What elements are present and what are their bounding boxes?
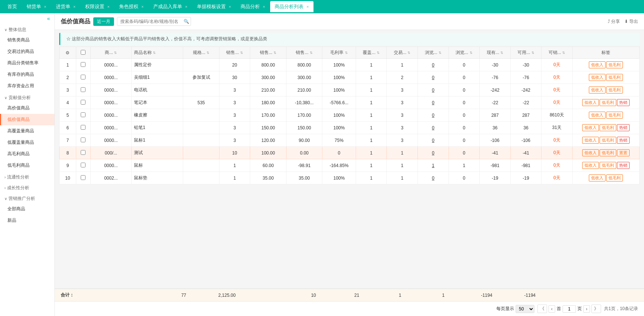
row-checkbox-9[interactable] [81, 175, 85, 180]
nav-purchase-order[interactable]: 进货单 × [51, 1, 80, 12]
cell-browse1[interactable]: 1 [417, 159, 449, 172]
browse1-link[interactable]: 0 [432, 150, 435, 156]
cell-checkbox[interactable] [76, 96, 90, 109]
cell-checkbox[interactable] [76, 71, 90, 84]
row-checkbox-2[interactable] [81, 87, 85, 92]
sidebar-item-low-margin[interactable]: 低毛利商品 [0, 160, 54, 171]
th-spec[interactable]: 规格... ⇅ [183, 47, 219, 59]
cell-browse1[interactable]: 0 [417, 147, 449, 159]
sidebar-item-category-sales-rate[interactable]: 商品分类销售率 [0, 57, 54, 69]
th-gross-margin[interactable]: 毛利率 ⇅ [322, 47, 356, 59]
th-sales-qty[interactable]: 销售... ⇅ [219, 47, 250, 59]
sidebar-group-liquidity[interactable]: › 流通性分析 [0, 171, 54, 182]
sidebar-group-overall[interactable]: ∨ 整体信息 [0, 24, 54, 34]
th-settings[interactable]: ⚙ [60, 47, 76, 59]
th-name[interactable]: 商品名称 ⇅ [131, 47, 183, 59]
search-icon[interactable]: 🔍 [184, 19, 189, 24]
nav-home[interactable]: 首页 [3, 1, 21, 12]
share-btn[interactable]: ⤴ 分享 [608, 18, 620, 25]
sidebar-item-high-margin[interactable]: 高毛利商品 [0, 148, 54, 160]
row-checkbox-0[interactable] [81, 62, 85, 67]
nav-role-auth[interactable]: 角色授权 × [115, 1, 148, 12]
cell-browse1[interactable]: 0 [417, 109, 449, 122]
close-template-icon[interactable]: × [229, 4, 231, 9]
nav-template-settings[interactable]: 单据模板设置 × [192, 1, 235, 12]
cell-checkbox[interactable] [76, 59, 90, 71]
filter-recent-month-btn[interactable]: 近一月 [93, 17, 114, 26]
sidebar-collapse-btn[interactable]: « [46, 16, 51, 21]
th-current-stock[interactable]: 现有... ⇅ [480, 47, 511, 59]
sidebar-item-low-value[interactable]: 低价值商品 [0, 114, 54, 125]
sidebar-item-stocked-products[interactable]: 有库存的商品 [0, 69, 54, 80]
cell-checkbox[interactable] [76, 84, 90, 96]
browse1-link[interactable]: 0 [432, 176, 435, 181]
close-purchase-order-icon[interactable]: × [73, 4, 76, 9]
close-permission-icon[interactable]: × [107, 4, 110, 9]
row-checkbox-7[interactable] [81, 150, 85, 155]
cell-browse1[interactable]: 0 [417, 71, 449, 84]
th-coverage[interactable]: 覆盖... ⇅ [356, 47, 387, 59]
browse1-link[interactable]: 0 [432, 125, 435, 130]
th-trade[interactable]: 交易... ⇅ [387, 47, 418, 59]
th-sellable[interactable]: 可销... ⇅ [541, 47, 573, 59]
sidebar-group-marketing[interactable]: ∨ 营销推广分析 [0, 193, 54, 203]
cell-browse1[interactable]: 0 [417, 172, 449, 184]
row-checkbox-3[interactable] [81, 100, 85, 105]
cell-browse1[interactable]: 0 [417, 96, 449, 109]
th-sales-price[interactable]: 销售... ⇅ [250, 47, 286, 59]
nav-permission-settings[interactable]: 权限设置 × [81, 1, 114, 12]
next-page-btn[interactable]: › [583, 305, 590, 313]
export-btn[interactable]: ⬇ 导出 [624, 18, 638, 25]
cell-browse1[interactable]: 0 [417, 122, 449, 134]
row-checkbox-6[interactable] [81, 137, 85, 142]
close-analysis-list-icon[interactable]: × [306, 4, 309, 9]
th-available-stock[interactable]: 可用... ⇅ [510, 47, 541, 59]
browse1-link[interactable]: 0 [432, 62, 435, 68]
th-browse2[interactable]: 浏览... ⇅ [449, 47, 480, 59]
cell-checkbox[interactable] [76, 122, 90, 134]
browse1-link[interactable]: 0 [432, 75, 435, 80]
close-sales-order-icon[interactable]: × [44, 4, 46, 9]
sidebar-item-traded-products[interactable]: 交易过的商品 [0, 46, 54, 57]
close-analysis-icon[interactable]: × [263, 4, 265, 9]
sidebar-item-all-products[interactable]: 全部商品 [0, 203, 54, 215]
nav-product-analysis-list[interactable]: 商品分析列表 × [270, 1, 313, 12]
th-sales-amount[interactable]: 销售... ⇅ [286, 47, 322, 59]
cell-checkbox[interactable] [76, 134, 90, 147]
search-input[interactable] [117, 17, 191, 26]
th-checkbox[interactable] [76, 47, 90, 59]
sidebar-item-new-products[interactable]: 新品 [0, 215, 54, 226]
first-page-btn[interactable]: 《 [537, 305, 547, 313]
th-code[interactable]: 商... ⇅ [90, 47, 131, 59]
row-checkbox-5[interactable] [81, 125, 85, 130]
browse1-link[interactable]: 0 [432, 138, 435, 143]
select-all-checkbox[interactable] [81, 50, 85, 55]
th-browse1[interactable]: 浏览... ⇅ [417, 47, 449, 59]
browse1-link[interactable]: 0 [432, 88, 435, 93]
cell-checkbox[interactable] [76, 172, 90, 184]
row-checkbox-8[interactable] [81, 163, 85, 167]
cell-checkbox[interactable] [76, 109, 90, 122]
sidebar-group-contribution[interactable]: ∨ 贡献值分析 [0, 92, 54, 102]
browse1-link[interactable]: 1 [432, 163, 435, 168]
nav-sales-order[interactable]: 销货单 × [22, 1, 51, 12]
close-role-icon[interactable]: × [141, 4, 144, 9]
prev-page-btn[interactable]: ‹ [549, 305, 555, 313]
cell-checkbox[interactable] [76, 147, 90, 159]
sidebar-item-high-coverage[interactable]: 高覆盖量商品 [0, 125, 54, 137]
sidebar-item-high-value[interactable]: 高价值商品 [0, 102, 54, 114]
sidebar-item-stock-capital[interactable]: 库存资金占用 [0, 80, 54, 92]
browse1-link[interactable]: 0 [432, 113, 435, 118]
sidebar-item-sales-products[interactable]: 销售类商品 [0, 34, 54, 46]
nav-product-warehouse[interactable]: 产成品入库单 × [149, 1, 192, 12]
cell-browse1[interactable]: 0 [417, 84, 449, 96]
nav-product-analysis[interactable]: 商品分析 × [236, 1, 269, 12]
sidebar-group-growth[interactable]: › 成长性分析 [0, 182, 54, 193]
row-checkbox-1[interactable] [81, 75, 85, 79]
page-input[interactable] [563, 305, 576, 313]
per-page-select[interactable]: 50 100 200 [516, 305, 534, 313]
cell-browse1[interactable]: 0 [417, 134, 449, 147]
row-checkbox-4[interactable] [81, 112, 85, 117]
close-warehouse-icon[interactable]: × [185, 4, 187, 9]
cell-checkbox[interactable] [76, 159, 90, 172]
